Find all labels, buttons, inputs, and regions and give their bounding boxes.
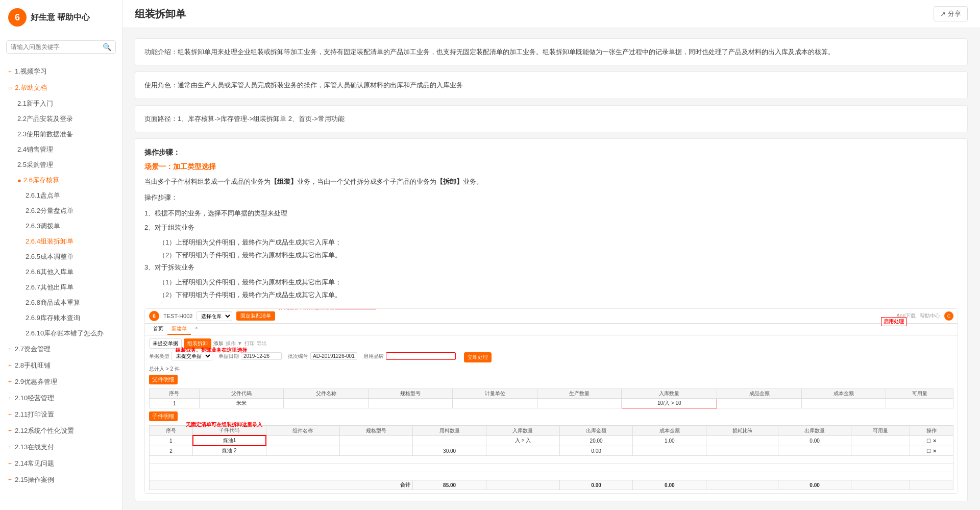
- sim-section-sub: 子件明细: [149, 411, 178, 421]
- sim-action-btn[interactable]: 固定装配清单: [236, 311, 275, 321]
- sim-count: 总计入 > 2 件: [149, 366, 953, 373]
- scenario-title: 场景一：加工类型选择: [144, 162, 958, 172]
- sidebar-item-docs-213[interactable]: + 2.13在线支付: [0, 439, 122, 455]
- role-text: 使用角色：通常由生产人员或库管人员完成拆装业务的操作，库管人员确认原材料的出库和…: [144, 81, 463, 89]
- logo-text: 好生意 帮助中心: [31, 12, 90, 23]
- scenario-desc: 当由多个子件材料组装成一个成品的业务为【组装】业务，当由一个父件拆分成多个子产品…: [144, 176, 958, 188]
- sidebar-item-docs-24[interactable]: 2.4销售管理: [0, 142, 122, 157]
- sim-tab-close[interactable]: ×: [191, 324, 202, 335]
- search-input[interactable]: [11, 43, 103, 51]
- collapse-icon: ○: [8, 84, 12, 91]
- screenshot-container: 6 TEST-H002 选择仓库 固定装配清单 App下载 帮助中心 C 首页: [144, 308, 958, 494]
- sim-field-brand: 启用品牌: [363, 352, 456, 360]
- sidebar-item-docs-269[interactable]: 2.6.9库存账本查询: [0, 310, 122, 326]
- sim-input-batch: AD-20191226-001: [310, 352, 357, 360]
- share-button[interactable]: ↗ 分享: [934, 6, 968, 21]
- sidebar-item-docs-214[interactable]: + 2.14常见问题: [0, 455, 122, 472]
- sim-avatar: C: [944, 311, 953, 321]
- step1: 1、根据不同的业务，选择不同单据的类型来处理: [144, 207, 958, 220]
- sidebar-item-docs-211[interactable]: + 2.11打印设置: [0, 406, 122, 423]
- table-row: 2 煤油 2 30.00 0.00: [150, 446, 953, 456]
- sidebar-item-docs-268[interactable]: 2.6.8商品成本重算: [0, 295, 122, 310]
- sim-nav-tabs: 首页 新建单 ×: [145, 324, 958, 335]
- sidebar-item-docs-210[interactable]: + 2.10经营管理: [0, 390, 122, 406]
- ops-section: 操作步骤： 场景一：加工类型选择 当由多个子件材料组装成一个成品的业务为【组装】…: [135, 138, 968, 501]
- sim-section-assembly: 父件明细: [149, 375, 178, 384]
- sidebar-item-docs-21[interactable]: 2.1新手入门: [0, 96, 122, 111]
- step2-sub2: （2）下部明细为子件明细，最终作为原材料生成其它出库单。: [144, 249, 958, 262]
- sim-toolbar: 未提交单据 组装拆卸 添加 操作 ▼ 打印 导出: [149, 338, 953, 349]
- sidebar-item-docs-265[interactable]: 2.6.5成本调整单: [0, 249, 122, 264]
- sim-toolbar-add: 添加: [213, 340, 224, 347]
- sidebar-item-docs-267[interactable]: 2.6.7其他出库单: [0, 280, 122, 295]
- page-title: 组装拆卸单: [135, 7, 186, 21]
- sim-table-child: 序号 子件代码 组件名称 规格型号 用料数量 入库数量 出库金额 成本金额 损耗…: [149, 425, 953, 490]
- sim-tab-home[interactable]: 首页: [149, 324, 167, 335]
- sidebar-item-docs-25[interactable]: 2.5采购管理: [0, 157, 122, 173]
- content-area: 功能介绍：组装拆卸单用来处理企业组装或拆卸等加工业务，支持有固定装配清单的产品加…: [122, 28, 980, 510]
- search-area: 🔍: [0, 35, 122, 59]
- screenshot: 6 TEST-H002 选择仓库 固定装配清单 App下载 帮助中心 C 首页: [145, 309, 958, 493]
- intro-text: 功能介绍：组装拆卸单用来处理企业组装或拆卸等加工业务，支持有固定装配清单的产品加…: [144, 48, 835, 56]
- search-box: 🔍: [6, 40, 116, 54]
- collapse-sub-icon: ●: [17, 177, 21, 184]
- step2: 2、对于组装业务: [144, 222, 958, 234]
- expand-icon: +: [8, 68, 12, 75]
- logo-area: 6 好生意 帮助中心: [0, 0, 122, 35]
- table-row: 1 煤油1 入 > 入 20.00 1.00 0.00: [150, 435, 953, 446]
- sim-input-date: 2019-12-26: [241, 352, 282, 360]
- annotation-fixed-list: 有装配清单的在这里处理: [278, 308, 334, 311]
- sidebar-item-docs-262[interactable]: 2.6.2分量盘点单: [0, 203, 122, 218]
- path-block: 页面路径：1、库存核算->库存管理->组装拆卸单 2、首页->常用功能: [135, 105, 968, 132]
- step3-sub2: （2）下部明细为子件明细，最终作为产成品生成其它入库单。: [144, 289, 958, 302]
- table-row: [150, 464, 953, 472]
- sidebar-item-docs-23[interactable]: 2.3使用前数据准备: [0, 127, 122, 142]
- sim-tab-new[interactable]: 新建单: [167, 324, 191, 335]
- sim-body: 未提交单据 组装拆卸 添加 操作 ▼ 打印 导出 单据类型 未提交单据: [145, 335, 958, 493]
- step2-sub1: （1）上部明细为父件明细，最终作为产成品生成其它入库单；: [144, 236, 958, 249]
- role-block: 使用角色：通常由生产人员或库管人员完成拆装业务的操作，库管人员确认原材料的出库和…: [135, 71, 968, 99]
- sidebar-item-docs-2610[interactable]: 2.6.10库存账本错了怎么办: [0, 326, 122, 341]
- step3-sub1: （1）上部明细为父件明细，最终作为原材料生成其它出库单；: [144, 276, 958, 289]
- sidebar-item-docs-266[interactable]: 2.6.6其他入库单: [0, 264, 122, 280]
- sim-company: TEST-H002: [163, 313, 192, 319]
- table-row: [150, 456, 953, 464]
- sim-select[interactable]: 选择仓库: [197, 311, 232, 321]
- sidebar-item-docs-29[interactable]: + 2.9优惠券管理: [0, 374, 122, 390]
- sim-toolbar-more: 操作 ▼: [226, 340, 242, 347]
- sim-topbar: 6 TEST-H002 选择仓库 固定装配清单 App下载 帮助中心 C: [145, 309, 958, 324]
- sim-section-label2: 子件明细: [149, 411, 953, 423]
- annotation-enable: 启用处理: [881, 317, 906, 326]
- table-row: [150, 472, 953, 480]
- sim-table-parent: 序号 父件代码 父件名称 规格型号 计量单位 生产数量 入库数量 成品金额 成本…: [149, 388, 953, 408]
- sim-field-batch: 批次编号 AD-20191226-001: [288, 352, 357, 360]
- sidebar-item-docs-215[interactable]: + 2.15操作案例: [0, 472, 122, 488]
- sidebar-item-docs[interactable]: ○ 2.帮助文档: [0, 80, 122, 96]
- sidebar-item-docs-28[interactable]: + 2.8手机旺铺: [0, 357, 122, 374]
- sidebar-item-docs-26[interactable]: ● 2.6库存核算: [0, 173, 122, 188]
- sim-help-link: 帮助中心: [920, 312, 940, 320]
- sim-form-row: 单据类型 未提交单据 单据日期 2019-12-26 批次编号 AD-20191…: [149, 352, 953, 362]
- sim-section-label: 父件明细: [149, 375, 953, 386]
- sim-toolbar-other: 打印: [244, 340, 255, 347]
- sidebar-item-docs-261[interactable]: 2.6.1盘点单: [0, 188, 122, 203]
- sim-input-brand[interactable]: [386, 352, 456, 360]
- sidebar-item-docs-22[interactable]: 2.2产品安装及登录: [0, 111, 122, 127]
- sidebar-item-docs-27[interactable]: + 2.7资金管理: [0, 341, 122, 357]
- table-row: 1 米米 10/入 > 10: [150, 399, 953, 408]
- logo-icon: 6: [8, 8, 27, 27]
- nav-tree: + 1.视频学习 ○ 2.帮助文档 2.1新手入门 2.2产品安装及登录 2.3…: [0, 59, 122, 510]
- sidebar-item-docs-212[interactable]: + 2.12系统个性化设置: [0, 423, 122, 439]
- top-bar: 组装拆卸单 ↗ 分享: [122, 0, 980, 28]
- sim-logo-icon: 6: [149, 311, 159, 321]
- sim-confirm-btn[interactable]: 立即处理: [464, 352, 492, 362]
- sidebar-item-docs-263[interactable]: 2.6.3调拨单: [0, 218, 122, 234]
- sim-toolbar-export: 导出: [257, 340, 267, 347]
- sidebar-item-videos[interactable]: + 1.视频学习: [0, 63, 122, 80]
- sidebar: 6 好生意 帮助中心 🔍 + 1.视频学习 ○ 2.帮助文档 2.1新手入门 2…: [0, 0, 122, 510]
- intro-block: 功能介绍：组装拆卸单用来处理企业组装或拆卸等加工业务，支持有固定装配清单的产品加…: [135, 38, 968, 65]
- sidebar-item-docs-264[interactable]: 2.6.4组装拆卸单: [0, 234, 122, 249]
- main-area: 组装拆卸单 ↗ 分享 功能介绍：组装拆卸单用来处理企业组装或拆卸等加工业务，支持…: [122, 0, 980, 510]
- annotation-assembly-type: 组装业务、拆卸业务在这里选择: [176, 347, 247, 354]
- search-icon[interactable]: 🔍: [103, 43, 111, 51]
